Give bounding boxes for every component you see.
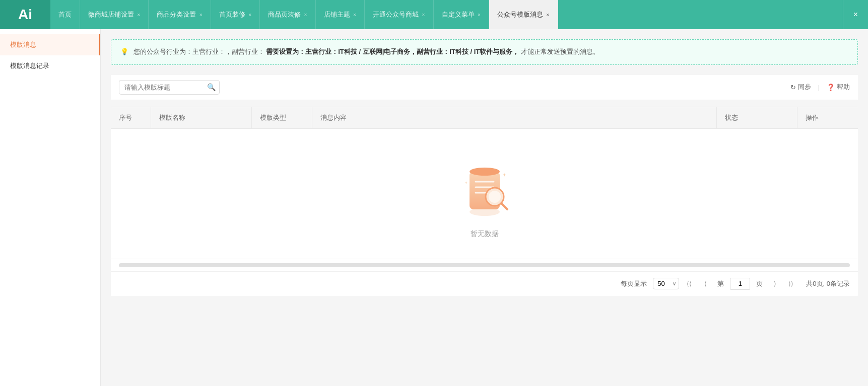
search-input-wrap: 🔍: [119, 80, 220, 95]
total-info: 共0页, 0条记录: [806, 279, 850, 288]
pagination: 每页显示 10 20 50 100 ⟨⟨ ⟨ 第 页 ⟩ ⟩⟩ 共0页, 0条记…: [111, 271, 858, 296]
close-tab-custom-menu-button[interactable]: ×: [478, 12, 481, 18]
close-tab-shop-theme-button[interactable]: ×: [353, 12, 356, 18]
scrollbar-track[interactable]: [119, 263, 850, 267]
search-area: 🔍: [119, 80, 220, 95]
data-table: 序号 模版名称 模版类型 消息内容 状态 操作: [111, 107, 858, 296]
col-name: 模版名称: [151, 107, 252, 128]
nav-tab-template-msg[interactable]: 公众号模版消息×: [489, 0, 558, 29]
notice-prefix: 您的公众号行业为：主营行业：，副营行业：: [133, 48, 264, 55]
svg-line-9: [501, 203, 507, 209]
page-number-input[interactable]: [730, 278, 750, 290]
sidebar-item-template-record[interactable]: 模版消息记录: [0, 55, 100, 76]
empty-text: 暂无数据: [471, 229, 499, 239]
empty-state: ✦ ✦ 暂无数据: [111, 129, 858, 259]
nav-tab-home-decor[interactable]: 首页装修×: [211, 0, 260, 29]
close-tab-product-decor-button[interactable]: ×: [304, 12, 307, 18]
help-icon: ❓: [827, 84, 835, 91]
top-navigation: Ai 首页微商城店铺设置×商品分类设置×首页装修×商品页装修×店铺主题×开通公众…: [0, 0, 868, 29]
notice-box: 💡 您的公众号行业为：主营行业：，副营行业： 需要设置为：主营行业：IT科技 /…: [111, 39, 858, 65]
nav-tab-product-decor[interactable]: 商品页装修×: [260, 0, 315, 29]
search-input[interactable]: [119, 80, 220, 95]
svg-point-3: [470, 168, 500, 176]
close-tab-open-mall-button[interactable]: ×: [422, 12, 425, 18]
nav-tab-custom-menu[interactable]: 自定义菜单×: [434, 0, 489, 29]
last-page-button[interactable]: ⟩⟩: [785, 278, 797, 290]
next-page-button[interactable]: ⟩: [769, 278, 781, 290]
col-content: 消息内容: [312, 107, 717, 128]
first-page-button[interactable]: ⟨⟨: [683, 278, 695, 290]
sync-button[interactable]: ↻ 同步: [790, 83, 811, 92]
nav-tab-wechat-shop[interactable]: 微商城店铺设置×: [80, 0, 149, 29]
nav-tab-shop-theme[interactable]: 店铺主题×: [316, 0, 365, 29]
nav-tab-open-mall[interactable]: 开通公众号商城×: [365, 0, 433, 29]
empty-illustration: ✦ ✦: [454, 159, 515, 219]
close-tab-template-msg-button[interactable]: ×: [546, 12, 549, 18]
search-icon[interactable]: 🔍: [207, 83, 216, 91]
col-type: 模版类型: [252, 107, 312, 128]
main-content: 💡 您的公众号行业为：主营行业：，副营行业： 需要设置为：主营行业：IT科技 /…: [101, 29, 868, 386]
page-label-pre: 第: [717, 279, 724, 288]
sidebar-item-template-msg[interactable]: 模版消息: [0, 34, 100, 55]
notice-icon: 💡: [120, 48, 128, 55]
main-layout: 模版消息模版消息记录 💡 您的公众号行业为：主营行业：，副营行业： 需要设置为：…: [0, 29, 868, 386]
toolbar-divider: |: [818, 84, 820, 91]
close-all-tabs-button[interactable]: ×: [843, 0, 868, 29]
svg-text:✦: ✦: [502, 172, 506, 178]
svg-point-8: [489, 191, 501, 203]
close-tab-home-decor-button[interactable]: ×: [248, 12, 251, 18]
per-page-select-wrap[interactable]: 10 20 50 100: [653, 278, 679, 289]
col-action: 操作: [797, 107, 858, 128]
notice-suffix: 才能正常发送预置的消息。: [521, 48, 599, 55]
close-tab-wechat-shop-button[interactable]: ×: [137, 12, 140, 18]
nav-tabs: 首页微商城店铺设置×商品分类设置×首页装修×商品页装修×店铺主题×开通公众号商城…: [50, 0, 843, 29]
horizontal-scrollbar[interactable]: [111, 259, 858, 271]
toolbar-right: ↻ 同步 | ❓ 帮助: [790, 83, 850, 92]
svg-text:✦: ✦: [464, 181, 468, 185]
nav-tab-category[interactable]: 商品分类设置×: [149, 0, 211, 29]
page-label-suf: 页: [756, 279, 763, 288]
col-status: 状态: [717, 107, 797, 128]
help-label: 帮助: [837, 83, 850, 92]
per-page-select[interactable]: 10 20 50 100: [653, 278, 679, 289]
logo: Ai: [0, 0, 50, 29]
prev-page-button[interactable]: ⟨: [699, 278, 711, 290]
nav-tab-home[interactable]: 首页: [50, 0, 80, 29]
table-header: 序号 模版名称 模版类型 消息内容 状态 操作: [111, 107, 858, 129]
sync-icon: ↻: [790, 84, 796, 91]
close-tab-category-button[interactable]: ×: [199, 12, 202, 18]
help-button[interactable]: ❓ 帮助: [827, 83, 850, 92]
sync-label: 同步: [798, 83, 811, 92]
sidebar: 模版消息模版消息记录: [0, 29, 101, 386]
per-page-label: 每页显示: [621, 279, 647, 288]
notice-highlight: 需要设置为：主营行业：IT科技 / 互联网|电子商务，副营行业：IT科技 / I…: [266, 48, 519, 55]
search-toolbar: 🔍 ↻ 同步 | ❓ 帮助: [111, 75, 858, 100]
col-seq: 序号: [111, 107, 151, 128]
